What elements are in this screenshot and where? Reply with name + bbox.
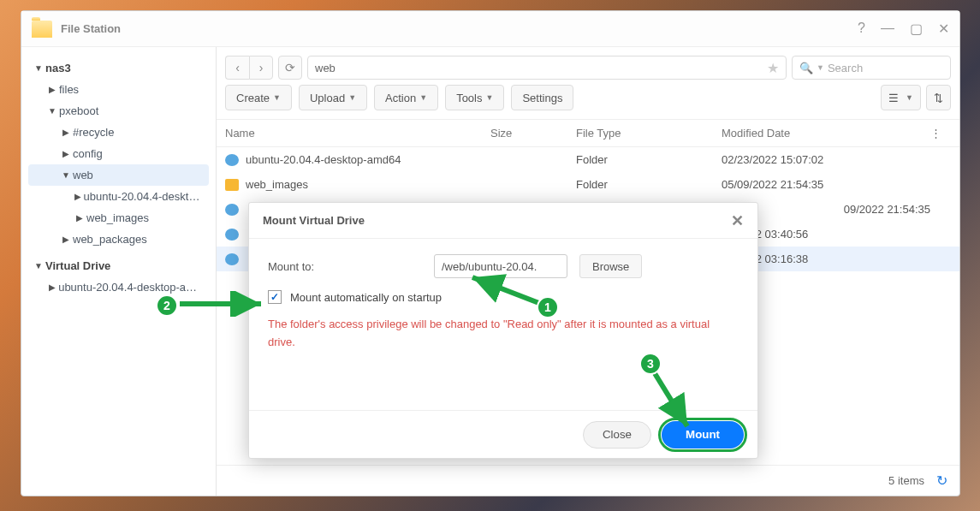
titlebar: File Station ? — ▢ ✕ (21, 11, 959, 47)
refresh-icon[interactable]: ↻ (936, 472, 947, 489)
col-more-icon[interactable]: ⋮ (930, 127, 951, 140)
annotation-2: 2 (156, 294, 178, 317)
app-icon (32, 21, 52, 38)
upload-button[interactable]: Upload▼ (299, 85, 367, 110)
tree-root-nas3[interactable]: ▼nas3 (28, 57, 209, 79)
dialog-title: Mount Virtual Drive (263, 214, 365, 227)
table-row[interactable]: ubuntu-20.04.4-desktop-amd64 Folder02/23… (217, 147, 959, 172)
disk-icon (225, 253, 239, 265)
minimize-icon[interactable]: — (881, 21, 894, 37)
annotation-1: 1 (537, 296, 559, 318)
search-input[interactable]: 🔍 ▼ Search (792, 56, 951, 80)
tree-item-config[interactable]: ▶config (28, 143, 209, 164)
disk-icon (225, 204, 239, 216)
item-count: 5 items (888, 474, 924, 487)
folder-icon (225, 179, 239, 191)
tree-item-webpackages[interactable]: ▶web_packages (28, 229, 209, 250)
close-icon[interactable]: ✕ (938, 21, 949, 37)
table-header: Name Size File Type Modified Date ⋮ (217, 119, 959, 147)
auto-mount-checkbox[interactable]: ✓ (268, 290, 282, 304)
col-type[interactable]: File Type (576, 127, 722, 140)
tree-label: nas3 (45, 62, 71, 74)
tree-item-web[interactable]: ▼web (28, 164, 209, 186)
view-list-button[interactable]: ☰▼ (881, 85, 921, 110)
disk-icon (225, 229, 239, 241)
mount-to-label: Mount to: (268, 260, 422, 273)
tools-button[interactable]: Tools▼ (445, 85, 504, 110)
close-button[interactable]: Close (583, 421, 651, 449)
reload-button[interactable]: ⟳ (278, 56, 302, 80)
tree-item-recycle[interactable]: ▶#recycle (28, 122, 209, 143)
help-icon[interactable]: ? (858, 21, 865, 37)
tree-item-pxeboot[interactable]: ▼pxeboot (28, 100, 209, 122)
annotation-3: 3 (639, 353, 662, 375)
action-button[interactable]: Action▼ (374, 85, 438, 110)
settings-button[interactable]: Settings (511, 85, 573, 110)
nav-forward-button[interactable]: › (249, 56, 273, 80)
create-button[interactable]: Create▼ (225, 85, 292, 110)
statusbar: 5 items ↻ (217, 465, 959, 496)
maximize-icon[interactable]: ▢ (910, 21, 923, 37)
path-text: web (315, 62, 336, 74)
sidebar: ▼nas3 ▶files ▼pxeboot ▶#recycle ▶config … (21, 47, 217, 496)
search-icon: 🔍 (799, 62, 813, 74)
window-title: File Station (61, 22, 121, 35)
auto-mount-label: Mount automatically on startup (290, 291, 442, 304)
nav-back-button[interactable]: ‹ (225, 56, 249, 80)
browse-button[interactable]: Browse (579, 254, 642, 278)
tree-virtual-drive[interactable]: ▼Virtual Drive (28, 255, 209, 276)
col-modified[interactable]: Modified Date (722, 127, 930, 140)
col-size[interactable]: Size (490, 127, 576, 140)
warning-text: The folder's access privilege will be ch… (268, 316, 739, 352)
path-input[interactable]: web ★ (307, 56, 787, 80)
col-name[interactable]: Name (225, 127, 490, 140)
dialog-close-icon[interactable]: ✕ (731, 211, 744, 230)
table-row[interactable]: web_images Folder05/09/2022 21:54:35 (217, 172, 959, 197)
favorite-icon[interactable]: ★ (767, 60, 779, 76)
tree-item-ubuntu[interactable]: ▶ubuntu-20.04.4-desktop-amd64 (28, 186, 209, 207)
mount-button[interactable]: Mount (662, 421, 744, 449)
tree-item-webimages[interactable]: ▶web_images (28, 207, 209, 229)
mount-virtual-drive-dialog: Mount Virtual Drive ✕ Mount to: Browse ✓… (248, 202, 758, 459)
tree-vd-ubuntu[interactable]: ▶ubuntu-20.04.4-desktop-amd64 (28, 276, 209, 298)
disk-icon (225, 154, 239, 166)
sort-button[interactable]: ⇅ (926, 85, 951, 110)
mount-to-input[interactable] (434, 254, 567, 278)
tree-item-files[interactable]: ▶files (28, 79, 209, 100)
